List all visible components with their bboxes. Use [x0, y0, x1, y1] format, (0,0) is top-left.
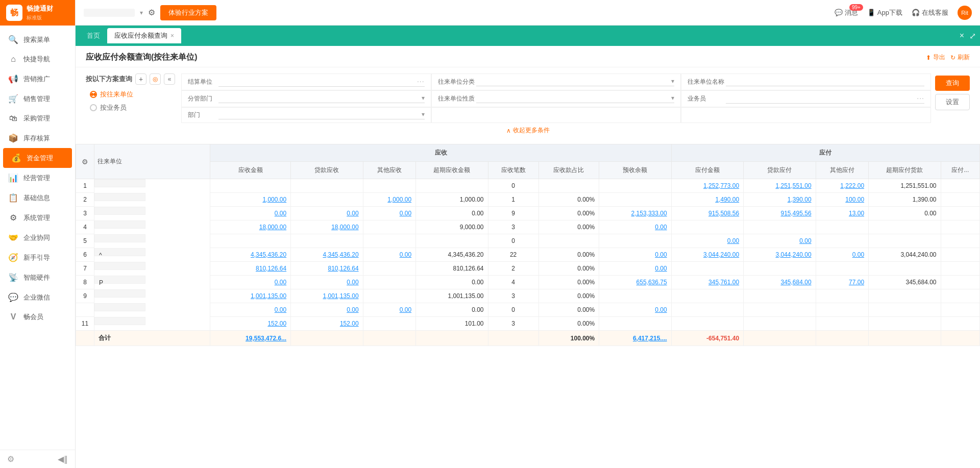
- collapse-scheme-icon[interactable]: «: [164, 73, 175, 85]
- sidebar-item-inventory[interactable]: 📦 库存核算: [0, 128, 75, 148]
- cell-ap-other[interactable]: 77.00: [816, 276, 869, 289]
- cell-ap-loan[interactable]: [744, 303, 816, 317]
- cell-ar-prepay[interactable]: 0.00: [599, 248, 671, 262]
- cell-ar-prepay[interactable]: 655,636.75: [599, 276, 671, 289]
- cell-ar-loan[interactable]: 810,126.64: [291, 262, 363, 276]
- cell-ar-loan[interactable]: 152.00: [291, 317, 363, 331]
- partner-nature-input[interactable]: [476, 94, 672, 102]
- sidebar-item-purchase[interactable]: 🛍 采购管理: [0, 109, 75, 128]
- cell-ap-loan[interactable]: [744, 289, 816, 303]
- department-arrow[interactable]: ▾: [422, 111, 425, 118]
- settings-icon[interactable]: ⚙: [148, 8, 155, 17]
- cell-ap-loan[interactable]: 0.00: [744, 234, 816, 248]
- cell-ar-loan[interactable]: 0.00: [291, 276, 363, 289]
- refresh-button[interactable]: ↻ 刷新: [950, 53, 970, 62]
- salesperson-input[interactable]: [726, 94, 917, 102]
- cell-ap-amount[interactable]: 915,508.56: [671, 207, 743, 220]
- cell-ap-loan[interactable]: 915,495.56: [744, 207, 816, 220]
- cell-ap-amount[interactable]: [671, 220, 743, 234]
- cell-ar-prepay[interactable]: [599, 289, 671, 303]
- cell-ar-amount[interactable]: 0.00: [210, 276, 291, 289]
- cell-ar-loan[interactable]: [291, 234, 363, 248]
- cell-ar-other[interactable]: 0.00: [363, 207, 416, 220]
- cell-ap-loan[interactable]: 345,684.00: [744, 276, 816, 289]
- settlement-unit-input[interactable]: [218, 78, 417, 85]
- cell-ar-prepay[interactable]: [599, 179, 671, 193]
- tab-close-icon[interactable]: ×: [170, 32, 174, 39]
- solution-button[interactable]: 体验行业方案: [160, 5, 216, 20]
- cell-ar-other[interactable]: 0.00: [363, 248, 416, 262]
- partner-nature-arrow[interactable]: ▾: [671, 94, 674, 102]
- sidebar-item-system[interactable]: ⚙ 系统管理: [0, 208, 75, 228]
- scheme-option-partner[interactable]: 按往来单位: [86, 88, 175, 101]
- online-service-button[interactable]: 🎧 在线客服: [912, 8, 948, 17]
- cell-ar-other[interactable]: [363, 234, 416, 248]
- tab-close-btn[interactable]: ×: [960, 31, 964, 40]
- partner-category-input[interactable]: [476, 78, 672, 85]
- cell-ar-amount[interactable]: 0.00: [210, 303, 291, 317]
- sidebar-item-capital[interactable]: 💰 资金管理: [3, 148, 72, 168]
- app-download-button[interactable]: 📱 App下载: [867, 8, 902, 17]
- cell-ar-prepay[interactable]: 2,153,333.00: [599, 207, 671, 220]
- sidebar-item-operation[interactable]: 📊 经营管理: [0, 168, 75, 188]
- sidebar-item-hardware[interactable]: 📡 智能硬件: [0, 267, 75, 287]
- footer-ar-prepay-total[interactable]: 6,417,215....: [599, 331, 671, 346]
- settlement-dots-icon[interactable]: ···: [417, 77, 425, 85]
- cell-ap-other[interactable]: [816, 303, 869, 317]
- cell-ap-other[interactable]: [816, 234, 869, 248]
- sidebar-item-wechat[interactable]: 💬 企业微信: [0, 287, 75, 307]
- partner-category-arrow[interactable]: ▾: [671, 78, 674, 85]
- cell-ar-amount[interactable]: 0.00: [210, 207, 291, 220]
- sidebar-item-marketing[interactable]: 📢 营销推广: [0, 69, 75, 89]
- company-dropdown-icon[interactable]: ▾: [140, 9, 143, 16]
- tab-ar-query[interactable]: 应收应付余额查询 ×: [107, 28, 181, 43]
- table-gear-icon[interactable]: ⚙: [82, 158, 88, 166]
- sidebar-item-basic-info[interactable]: 📋 基础信息: [0, 188, 75, 208]
- cell-ar-amount[interactable]: [210, 179, 291, 193]
- target-scheme-icon[interactable]: ◎: [150, 73, 161, 85]
- cell-ap-amount[interactable]: [671, 303, 743, 317]
- collapse-more-conditions[interactable]: ∧ 收起更多条件: [86, 123, 970, 138]
- footer-ar-total[interactable]: 19,553,472.6...: [210, 331, 291, 346]
- salesperson-dots-icon[interactable]: ···: [917, 94, 924, 102]
- collapse-sidebar-icon[interactable]: ◀‖: [58, 454, 68, 464]
- cell-ar-prepay[interactable]: 0.00: [599, 220, 671, 234]
- sidebar-item-enterprise[interactable]: 🤝 企业协同: [0, 228, 75, 248]
- cell-ar-loan[interactable]: [291, 179, 363, 193]
- user-avatar-area[interactable]: Rit: [958, 6, 972, 20]
- cell-ar-prepay[interactable]: [599, 234, 671, 248]
- cell-ar-loan[interactable]: 0.00: [291, 207, 363, 220]
- cell-ar-other[interactable]: [363, 262, 416, 276]
- dept-manager-arrow[interactable]: ▾: [422, 94, 425, 102]
- cell-ar-loan[interactable]: [291, 193, 363, 207]
- dept-manager-input[interactable]: [218, 94, 422, 102]
- sidebar-item-search-menu[interactable]: 🔍 搜索菜单: [0, 30, 75, 50]
- cell-ap-loan[interactable]: [744, 317, 816, 331]
- cell-ap-other[interactable]: 13.00: [816, 207, 869, 220]
- tab-home[interactable]: 首页: [80, 28, 107, 43]
- cell-ap-amount[interactable]: [671, 317, 743, 331]
- cell-ap-other[interactable]: [816, 262, 869, 276]
- cell-ar-other[interactable]: [363, 220, 416, 234]
- cell-ar-other[interactable]: [363, 276, 416, 289]
- message-button[interactable]: 💬 消息 99+: [835, 8, 858, 17]
- cell-ar-other[interactable]: 1,000.00: [363, 193, 416, 207]
- cell-ap-amount[interactable]: [671, 289, 743, 303]
- cell-ar-prepay[interactable]: 0.00: [599, 303, 671, 317]
- cell-ar-loan[interactable]: 1,001,135.00: [291, 289, 363, 303]
- cell-ar-amount[interactable]: [210, 234, 291, 248]
- cell-ap-other[interactable]: 0.00: [816, 248, 869, 262]
- cell-ar-amount[interactable]: 810,126.64: [210, 262, 291, 276]
- cell-ar-loan[interactable]: 4,345,436.20: [291, 248, 363, 262]
- sidebar-item-sales[interactable]: 🛒 销售管理: [0, 89, 75, 109]
- cell-ap-amount[interactable]: 3,044,240.00: [671, 248, 743, 262]
- cell-ap-loan[interactable]: 1,390.00: [744, 193, 816, 207]
- cell-ap-loan[interactable]: [744, 262, 816, 276]
- query-button[interactable]: 查询: [935, 76, 970, 91]
- cell-ap-loan[interactable]: 3,044,240.00: [744, 248, 816, 262]
- cell-ar-other[interactable]: [363, 317, 416, 331]
- partner-name-input[interactable]: [726, 78, 924, 85]
- cell-ar-prepay[interactable]: [599, 317, 671, 331]
- sidebar-item-vip[interactable]: V 畅会员: [0, 307, 75, 327]
- cell-ap-other[interactable]: 100.00: [816, 193, 869, 207]
